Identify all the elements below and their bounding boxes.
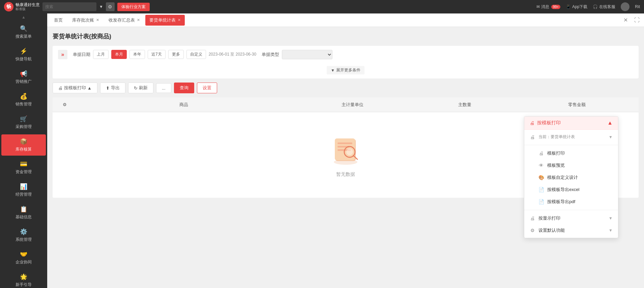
sidebar-item-basic[interactable]: 📋 基础信息 (1, 202, 46, 223)
enterprise-icon: 🤝 (20, 251, 27, 258)
date-btn-custom[interactable]: 自定义 (186, 50, 206, 59)
doc-type-select[interactable] (282, 50, 332, 59)
settings-icon[interactable]: ⚙ (106, 2, 115, 11)
dropdown-item-template-print[interactable]: 🖨 模板打印 (524, 147, 618, 159)
date-filter-group: 单据日期 上月 本月 本年 近7天 更多 自定义 2023-06-01 至 20… (73, 50, 256, 59)
app-download-btn[interactable]: 📱 App下载 (566, 4, 587, 10)
sidebar-item-purchase[interactable]: 🛒 采购管理 (1, 112, 46, 133)
date-btn-current-year[interactable]: 本年 (129, 50, 145, 59)
sidebar-label-sales: 销售管理 (16, 101, 32, 107)
tab-inventory-batch-close[interactable]: ✕ (96, 18, 99, 22)
tab-receipt-summary-close[interactable]: ✕ (137, 18, 140, 22)
dropdown-item-export-pdf[interactable]: 📄 按模板导出pdf (524, 196, 618, 208)
refresh-btn[interactable]: ↻ 刷新 (128, 83, 153, 93)
trial-btn[interactable]: 体验行业方案 (117, 3, 150, 11)
message-label: 消息 (541, 4, 549, 10)
message-btn[interactable]: ✉ 消息 99+ (536, 4, 560, 10)
settings-btn[interactable]: 设置 (197, 83, 217, 93)
sidebar-label-quick-nav: 快捷导航 (16, 56, 32, 62)
th-settings[interactable]: ⚙ (58, 102, 71, 107)
sidebar-label-enterprise: 企业协同 (16, 259, 32, 265)
date-btn-more[interactable]: 更多 (168, 50, 184, 59)
dropdown-item-display-print[interactable]: 🖨 按显示打印 ▼ (524, 212, 618, 224)
expand-more-btn[interactable]: ▼ 展开更多条件 (327, 66, 364, 74)
display-print-label: 按显示打印 (538, 215, 560, 221)
app-download-label: App下载 (572, 4, 587, 10)
search-menu-icon: 🔍 (20, 25, 27, 32)
avatar[interactable] (621, 2, 630, 11)
export-btn[interactable]: ⬆ 导出 (100, 83, 125, 93)
sidebar-item-enterprise[interactable]: 🤝 企业协同 (1, 247, 46, 268)
basic-icon: 📋 (20, 205, 27, 213)
tab-bar: 首页 库存批次账 ✕ 收发存汇总表 ✕ 要货单统计表 ✕ ✕ ⛶ (47, 13, 644, 27)
tab-close-all-btn[interactable]: ✕ (621, 16, 630, 25)
date-btn-last7days[interactable]: 近7天 (148, 50, 166, 59)
main-layout: ▲ 🔍 搜索菜单 ⚡ 快捷导航 📢 营销推广 💰 销售管理 🛒 采购管理 📦 库… (0, 13, 644, 288)
app-logo: 畅 畅康通好生意 标准版 (4, 2, 40, 11)
sidebar-scroll-up[interactable]: ▲ (0, 13, 47, 21)
dropdown-items-section: 🖨 模板打印 👁 模板预览 🎨 (524, 146, 618, 209)
print-dropdown: 🖨 按模板打印 ▲ 🖨 当前：要货单统计表 ▼ (524, 116, 618, 238)
operations-icon: 📊 (20, 183, 27, 190)
sidebar-item-sales[interactable]: 💰 销售管理 (1, 89, 46, 110)
date-btn-current-month[interactable]: 本月 (111, 50, 127, 59)
dropdown-item-export-excel[interactable]: 📄 按模板导出excel (524, 184, 618, 196)
sidebar-item-operations[interactable]: 📊 经营管理 (1, 180, 46, 201)
sidebar-label-operations: 经营管理 (16, 192, 32, 197)
sidebar-item-finance[interactable]: 💳 资金管理 (1, 157, 46, 178)
more-btn-label: ... (162, 86, 166, 91)
tab-expand-btn[interactable]: ⛶ (633, 16, 641, 25)
date-btn-prev-month[interactable]: 上月 (93, 50, 109, 59)
template-design-label: 模板自定义设计 (547, 174, 578, 181)
export-pdf-label: 按模板导出pdf (547, 199, 575, 205)
svg-point-7 (346, 149, 353, 155)
content-area: 首页 库存批次账 ✕ 收发存汇总表 ✕ 要货单统计表 ✕ ✕ ⛶ 要货单统计表(… (47, 13, 644, 288)
export-excel-icon: 📄 (538, 187, 544, 192)
dropdown-item-set-default[interactable]: ⚙ 设置默认功能 ▼ (524, 224, 618, 236)
print-btn[interactable]: 🖨 按模板打印 ▲ (53, 83, 97, 93)
online-service-label: 在线客服 (599, 4, 615, 10)
sidebar-item-inventory[interactable]: 📦 库存核算 (1, 134, 46, 156)
th-amount: 零售金额 (521, 102, 633, 108)
table-settings-icon[interactable]: ⚙ (63, 102, 67, 107)
dropdown-close-btn[interactable]: ▲ (607, 120, 613, 126)
dropdown-current-item[interactable]: 🖨 当前：要货单统计表 ▼ (524, 131, 618, 143)
dropdown-item-template-preview[interactable]: 👁 模板预览 (524, 159, 618, 171)
logo-icon: 畅 (4, 2, 13, 11)
template-preview-label: 模板预览 (547, 162, 565, 168)
query-btn[interactable]: 查询 (174, 83, 194, 93)
sidebar-label-basic: 基础信息 (16, 214, 32, 220)
search-input[interactable] (42, 2, 96, 11)
filter-expand-btn[interactable]: » (58, 50, 67, 59)
expand-more-icon: ▼ (331, 68, 335, 73)
expand-more-label: 展开更多条件 (336, 67, 360, 73)
online-service-btn[interactable]: 🎧 在线客服 (593, 4, 615, 10)
more-btn[interactable]: ... (156, 83, 171, 93)
dropdown-item-template-design[interactable]: 🎨 模板自定义设计 (524, 171, 618, 184)
dropdown-header: 🖨 按模板打印 ▲ (524, 117, 618, 130)
sidebar-item-system[interactable]: ⚙️ 系统管理 (1, 225, 46, 246)
sidebar-item-guide[interactable]: 🌟 新手引导 (1, 270, 46, 288)
tab-receipt-summary[interactable]: 收发存汇总表 ✕ (105, 15, 144, 26)
sidebar-item-search-menu[interactable]: 🔍 搜索菜单 (1, 22, 46, 43)
dropdown-divider-1 (524, 145, 618, 145)
template-print-icon: 🖨 (538, 151, 544, 156)
sidebar-label-marketing: 营销推广 (16, 79, 32, 85)
tab-requisition-stats[interactable]: 要货单统计表 ✕ (145, 15, 185, 26)
empty-icon (325, 132, 366, 166)
template-design-icon: 🎨 (538, 175, 544, 180)
tab-requisition-stats-close[interactable]: ✕ (178, 18, 181, 22)
table-header: ⚙ 商品 主计量单位 主数量 零售金额 (53, 97, 639, 112)
tab-home[interactable]: 首页 (50, 15, 67, 26)
print-btn-label: 按模板打印 (64, 85, 86, 91)
sidebar-item-marketing[interactable]: 📢 营销推广 (1, 67, 46, 88)
system-icon: ⚙️ (20, 228, 27, 235)
sidebar-item-quick-nav[interactable]: ⚡ 快捷导航 (1, 44, 46, 65)
sidebar-label-finance: 资金管理 (16, 169, 32, 175)
top-bar-right: ✉ 消息 99+ 📱 App下载 🎧 在线客服 Rit (536, 2, 640, 11)
headset-icon: 🎧 (593, 4, 598, 9)
search-dropdown-btn[interactable]: ▼ (99, 4, 103, 9)
export-pdf-icon: 📄 (538, 199, 544, 204)
tab-inventory-batch[interactable]: 库存批次账 ✕ (68, 15, 103, 26)
export-btn-label: 导出 (111, 85, 120, 91)
